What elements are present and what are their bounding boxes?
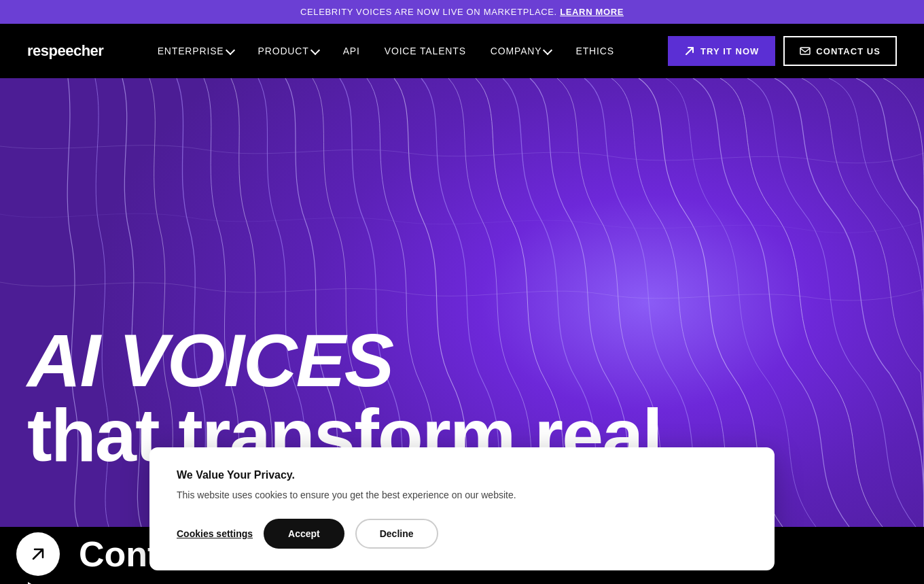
nav-ctas: TRY IT NOW CONTACT US [668, 36, 897, 66]
try-it-now-button[interactable]: TRY IT NOW [668, 36, 775, 66]
nav-item-enterprise[interactable]: ENTERPRISE [158, 46, 234, 56]
mail-icon [800, 46, 811, 56]
nav-links: ENTERPRISE PRODUCT API VOICE TALENTS COM… [158, 46, 614, 56]
hero-title-line1: AI VOICES [27, 323, 662, 398]
play-icon [24, 580, 38, 584]
play-button[interactable] [22, 577, 41, 584]
cookie-actions: Cookies settings Accept Decline [177, 519, 747, 549]
contact-us-button[interactable]: CONTACT US [783, 36, 897, 66]
accept-button[interactable]: Accept [264, 519, 344, 549]
nav-item-company[interactable]: COMPANY [491, 46, 552, 56]
arrow-up-right-icon [29, 545, 48, 564]
chevron-down-icon [310, 45, 320, 54]
navigation: respeecher ENTERPRISE PRODUCT API VOICE … [0, 24, 924, 78]
nav-item-api[interactable]: API [343, 46, 360, 56]
chevron-down-icon [225, 45, 234, 54]
cookies-settings-button[interactable]: Cookies settings [177, 528, 253, 539]
cookie-description: This website uses cookies to ensure you … [177, 488, 747, 502]
decline-button[interactable]: Decline [355, 519, 438, 549]
announcement-link[interactable]: LEARN MORE [560, 7, 624, 17]
nav-item-ethics[interactable]: ETHICS [575, 46, 614, 56]
announcement-bar: CELEBRITY VOICES ARE NOW LIVE ON MARKETP… [0, 0, 924, 24]
chevron-down-icon [543, 45, 552, 54]
nav-item-product[interactable]: PRODUCT [258, 46, 319, 56]
arrow-circle-button[interactable] [16, 532, 60, 576]
announcement-text: CELEBRITY VOICES ARE NOW LIVE ON MARKETP… [300, 7, 557, 17]
logo[interactable]: respeecher [27, 42, 103, 60]
cookie-title: We Value Your Privacy. [177, 469, 747, 481]
cookie-banner: We Value Your Privacy. This website uses… [149, 447, 775, 570]
svg-rect-0 [800, 48, 810, 54]
nav-item-voice-talents[interactable]: VOICE TALENTS [385, 46, 466, 56]
external-link-icon [684, 46, 695, 56]
